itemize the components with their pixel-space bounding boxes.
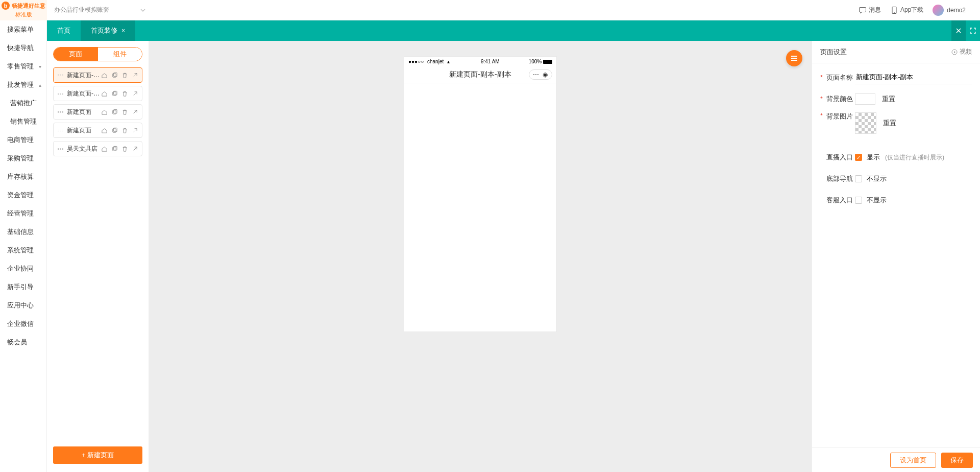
tab-strip: 首页首页装修× — [47, 20, 980, 41]
segment-page[interactable]: 页面 — [54, 48, 98, 61]
home-icon[interactable] — [100, 89, 108, 98]
copy-icon[interactable] — [110, 108, 118, 116]
page-row[interactable]: 新建页面-副本 — [53, 86, 142, 101]
sidebar-item[interactable]: 库存核算 — [0, 168, 46, 186]
sidebar-item[interactable]: 基础信息 — [0, 223, 46, 241]
page-row[interactable]: 新建页面 — [53, 104, 142, 120]
copy-icon[interactable] — [110, 145, 118, 153]
page-name: 新建页面 — [67, 126, 100, 135]
settings-title: 页面设置 — [820, 48, 847, 57]
sidebar-item[interactable]: 应用中心 — [0, 296, 46, 315]
app-download-link[interactable]: App下载 — [890, 6, 923, 14]
avatar — [933, 5, 944, 16]
battery-icon — [543, 60, 552, 64]
home-icon[interactable] — [100, 108, 108, 116]
share-icon[interactable] — [131, 145, 139, 153]
drag-handle-icon[interactable] — [57, 145, 64, 152]
copy-icon[interactable] — [110, 71, 118, 79]
logo: b畅捷通好生意 标准版 — [0, 0, 47, 20]
more-icon: ⋯ — [532, 71, 540, 78]
play-icon — [951, 49, 958, 55]
video-help-link[interactable]: 视频 — [951, 48, 972, 56]
sidebar-subitem[interactable]: 销售管理 — [0, 112, 46, 131]
home-icon[interactable] — [100, 126, 108, 134]
share-icon[interactable] — [131, 71, 139, 79]
drag-handle-icon[interactable] — [57, 127, 64, 134]
drag-handle-icon[interactable] — [57, 108, 64, 115]
bg-image-reset[interactable]: 重置 — [883, 120, 896, 127]
sidebar-item[interactable]: 零售管理▾ — [0, 57, 46, 76]
svg-rect-0 — [859, 7, 866, 12]
share-icon[interactable] — [131, 126, 139, 134]
page-row[interactable]: 新建页面 — [53, 123, 142, 138]
page-name-input[interactable] — [855, 71, 972, 84]
svg-point-2 — [894, 12, 894, 12]
sidebar-item[interactable]: 经营管理 — [0, 204, 46, 223]
sidebar-item[interactable]: 快捷导航 — [0, 39, 46, 57]
target-icon: ◉ — [542, 71, 549, 78]
sidebar: 搜索菜单快捷导航零售管理▾批发管理▴营销推广销售管理电商管理采购管理库存核算资金… — [0, 20, 47, 472]
sidebar-item[interactable]: 搜索菜单 — [0, 20, 46, 39]
wifi-icon: ▴ — [447, 59, 450, 64]
close-all-tabs[interactable] — [951, 20, 966, 41]
phone-icon — [890, 6, 898, 14]
tab[interactable]: 首页装修× — [81, 20, 135, 41]
page-row[interactable]: 昊天文具店 — [53, 141, 142, 156]
drag-handle-icon[interactable] — [57, 72, 64, 79]
sidebar-item[interactable]: 新手引导 — [0, 278, 46, 296]
account-selector[interactable]: 办公品行业模拟账套 — [47, 6, 154, 14]
page-name: 新建页面 — [67, 108, 100, 116]
sidebar-item[interactable]: 畅会员 — [0, 333, 46, 351]
bottom-nav-checkbox[interactable] — [855, 175, 862, 182]
set-home-button[interactable]: 设为首页 — [890, 453, 936, 468]
signal-icon: ●●●○○ — [408, 59, 424, 64]
phone-page-title: 新建页面-副本-副本 — [449, 70, 511, 79]
copy-icon[interactable] — [110, 126, 118, 134]
canvas: ●●●○○ chanjet ▴ 9:41 AM 100% 新建页面-副本-副本 — [149, 41, 812, 472]
fullscreen-toggle[interactable] — [966, 20, 980, 41]
sidebar-item[interactable]: 系统管理 — [0, 241, 46, 259]
phone-status-bar: ●●●○○ chanjet ▴ 9:41 AM 100% — [404, 57, 556, 66]
user-menu[interactable]: demo2 — [933, 5, 966, 16]
delete-icon[interactable] — [120, 145, 129, 153]
sidebar-subitem[interactable]: 营销推广 — [0, 94, 46, 112]
home-icon[interactable] — [100, 145, 108, 153]
tab[interactable]: 首页 — [47, 20, 81, 41]
messages-link[interactable]: 消息 — [859, 6, 881, 14]
chevron-down-icon — [140, 7, 146, 13]
live-entry-checkbox[interactable]: ✓ — [855, 154, 862, 161]
cs-entry-checkbox[interactable] — [855, 197, 862, 204]
component-drawer-toggle[interactable] — [786, 50, 802, 66]
bg-color-swatch[interactable] — [855, 93, 875, 105]
copy-icon[interactable] — [110, 89, 118, 98]
sidebar-item[interactable]: 批发管理▴ — [0, 76, 46, 94]
pages-pane: 页面 组件 新建页面-副本...新建页面-副本新建页面新建页面昊天文具店 + 新… — [47, 41, 149, 472]
delete-icon[interactable] — [120, 126, 129, 134]
new-page-button[interactable]: + 新建页面 — [53, 446, 142, 464]
page-name: 昊天文具店 — [67, 145, 100, 153]
delete-icon[interactable] — [120, 89, 129, 98]
sidebar-item[interactable]: 电商管理 — [0, 131, 46, 149]
phone-time: 9:41 AM — [481, 59, 500, 64]
tab-close-icon[interactable]: × — [121, 27, 125, 34]
miniprogram-capsule[interactable]: ⋯ ◉ — [529, 69, 552, 80]
delete-icon[interactable] — [120, 71, 129, 79]
drag-handle-icon[interactable] — [57, 90, 64, 97]
bg-image-picker[interactable] — [855, 112, 876, 134]
home-icon[interactable] — [100, 71, 108, 79]
phone-preview: ●●●○○ chanjet ▴ 9:41 AM 100% 新建页面-副本-副本 — [404, 56, 557, 332]
page-name: 新建页面-副本... — [67, 71, 100, 80]
bg-color-reset[interactable]: 重置 — [882, 96, 895, 103]
page-name: 新建页面-副本 — [67, 89, 100, 98]
sidebar-item[interactable]: 企业微信 — [0, 315, 46, 333]
save-button[interactable]: 保存 — [941, 453, 973, 468]
segment-component[interactable]: 组件 — [98, 48, 142, 61]
delete-icon[interactable] — [120, 108, 129, 116]
sidebar-item[interactable]: 企业协同 — [0, 259, 46, 278]
share-icon[interactable] — [131, 89, 139, 98]
sidebar-item[interactable]: 采购管理 — [0, 149, 46, 168]
message-icon — [859, 6, 867, 14]
share-icon[interactable] — [131, 108, 139, 116]
sidebar-item[interactable]: 资金管理 — [0, 186, 46, 204]
page-row[interactable]: 新建页面-副本... — [53, 67, 142, 83]
